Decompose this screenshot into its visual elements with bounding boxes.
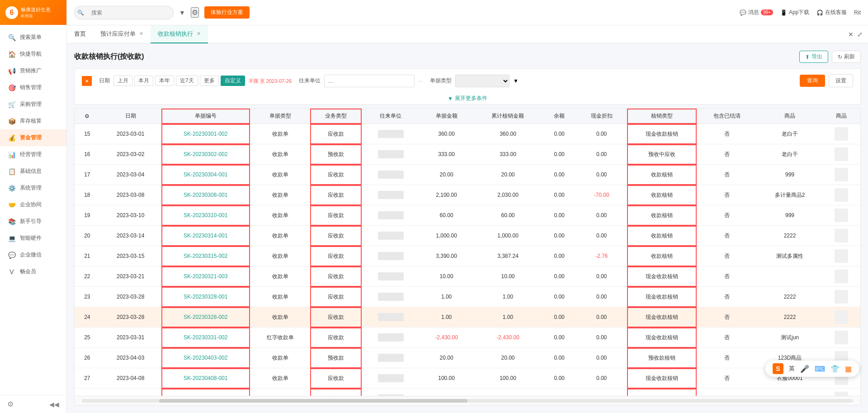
doc-no-link[interactable]: SK-20230308-001 (184, 192, 227, 198)
sidebar-item-search-menu[interactable]: 🔍搜索菜单 (0, 29, 66, 46)
cell-cash-discount: 0.00 (576, 205, 627, 226)
search-input[interactable] (87, 6, 173, 19)
sidebar-item-member[interactable]: V畅会员 (0, 263, 66, 280)
cell-doc-no: SK-20230403-002 (161, 348, 250, 368)
sidebar-item-basic[interactable]: 📋基础信息 (0, 163, 66, 180)
shirt-icon[interactable]: 👕 (830, 365, 840, 373)
sidebar-item-wechat[interactable]: 💬企业微信 (0, 247, 66, 263)
sidebar-item-system[interactable]: ⚙️系统管理 (0, 180, 66, 196)
cell-cumulative: 100.00 (473, 389, 543, 396)
tab-home[interactable]: 首页 (67, 25, 93, 43)
col-header-settings[interactable]: ⚙ (75, 109, 100, 124)
tab-collection[interactable]: 收款核销执行 ✕ (151, 25, 208, 43)
scrollbar-thumb[interactable] (159, 399, 467, 403)
sidebar-item-marketing[interactable]: 📢营销推广 (0, 62, 66, 79)
refresh-button[interactable]: ↻ 刷新 (832, 51, 861, 63)
cell-balance: 0.00 (542, 287, 576, 307)
doc-no-link[interactable]: SK-20230310-001 (184, 212, 227, 218)
cell-cash-discount: 0.00 (576, 266, 627, 287)
sidebar-item-quick-nav[interactable]: 🏠快捷导航 (0, 46, 66, 62)
tab-collection-close[interactable]: ✕ (197, 31, 201, 37)
cell-doc-type: 收款单 (250, 246, 311, 266)
cell-balance: 0.00 (542, 328, 576, 348)
doc-no-link[interactable]: SK-20230304-001 (184, 171, 227, 178)
custom-date-btn[interactable]: 自定义 (221, 76, 245, 86)
cell-doc-type: 收款单 (250, 389, 311, 396)
sidebar-item-guide[interactable]: 📚新手引导 (0, 213, 66, 230)
chevron-down-icon[interactable]: ▼ (179, 9, 185, 16)
export-button[interactable]: ⬆ 导出 (799, 51, 828, 63)
settings-button[interactable]: ⚙ (191, 7, 199, 18)
doc-no-link[interactable]: SK-20230302-002 (184, 151, 227, 157)
partner-input[interactable] (324, 75, 415, 87)
sidebar-item-finance[interactable]: 💰资金管理 (0, 129, 66, 146)
sidebar-item-inventory[interactable]: 📦库存核算 (0, 113, 66, 129)
this-month-btn[interactable]: 本月 (134, 76, 153, 86)
app-download-item[interactable]: 📱 App下载 (780, 9, 809, 16)
cell-cumulative: 1.00 (473, 307, 543, 328)
settings-footer-icon[interactable]: ⚙ (7, 400, 14, 408)
mic-icon[interactable]: 🎤 (800, 365, 809, 373)
cell-amount: 333.00 (420, 144, 473, 165)
doc-no-link[interactable]: SK-20230315-002 (184, 253, 227, 259)
grid-icon[interactable]: ▦ (845, 365, 852, 373)
cell-seq: 28 (75, 389, 100, 396)
cell-biz-type: 应收款 (310, 246, 362, 266)
tab-pending[interactable]: 预计应应付单 ✕ (93, 25, 151, 43)
doc-no-link[interactable]: SK-20230314-001 (184, 233, 227, 239)
cell-include-settled: 否 (697, 368, 757, 389)
message-badge: 99+ (761, 9, 773, 15)
keyboard-icon[interactable]: ⌨ (815, 365, 825, 373)
cell-biz-type: 应收款 (310, 205, 362, 226)
solution-button[interactable]: 体验行业方案 (204, 6, 250, 19)
this-year-btn[interactable]: 本年 (155, 76, 174, 86)
last-7days-btn[interactable]: 近7天 (176, 76, 198, 86)
cell-partner: ██ (362, 124, 420, 144)
horizontal-scrollbar[interactable] (82, 399, 853, 403)
table-row: 27 2023-04-08 SK-20230408-001 收款单 应收款 ██… (75, 368, 860, 389)
cell-include-settled: 否 (697, 124, 757, 144)
headset-icon: 🎧 (816, 9, 823, 16)
service-item[interactable]: 🎧 在线客服 (816, 9, 847, 16)
doc-no-link[interactable]: SK-20230321-003 (184, 273, 227, 280)
col-header-product2: 商品 (822, 109, 860, 124)
doc-no-link[interactable]: SK-20230408-001 (184, 375, 227, 381)
sidebar-item-purchase[interactable]: 🛒采购管理 (0, 96, 66, 113)
doc-no-link[interactable]: SK-20230301-002 (184, 131, 227, 137)
cell-amount: 10.00 (420, 266, 473, 287)
sidebar-icon-sales: 🎯 (7, 84, 16, 91)
doc-no-link[interactable]: SK-20230328-001 (184, 294, 227, 300)
cell-cumulative: 333.00 (473, 144, 543, 165)
floating-text[interactable]: 英 (789, 365, 795, 373)
expand-tab-button[interactable]: ⤢ (857, 31, 863, 38)
cell-doc-type: 收款单 (250, 205, 311, 226)
sidebar-item-hardware[interactable]: 💻智能硬件 (0, 230, 66, 247)
table-scroll[interactable]: ⚙ 日期 单据编号 单据类型 业务类型 往来单位 单据金额 累计核销金额 余额 … (75, 109, 860, 396)
messages-item[interactable]: 💬 消息 99+ (740, 9, 773, 16)
expand-more-conditions[interactable]: ▼ 展开更多条件 (74, 93, 861, 104)
query-button[interactable]: 查询 (800, 75, 825, 87)
cell-cash-discount: 0.00 (576, 348, 627, 368)
sidebar-item-operation[interactable]: 📊经营管理 (0, 146, 66, 163)
doc-no-link[interactable]: SK-20230328-002 (184, 314, 227, 320)
cell-cumulative: 20.00 (473, 165, 543, 185)
filter-toggle-button[interactable]: » (82, 76, 92, 86)
last-month-btn[interactable]: 上月 (113, 76, 132, 86)
cell-balance: 0.00 (542, 389, 576, 396)
sidebar-icon-system: ⚙️ (7, 185, 16, 192)
doc-no-link[interactable]: SK-20230331-002 (184, 334, 227, 341)
cell-seq: 15 (75, 124, 100, 144)
doctype-select[interactable] (455, 75, 509, 87)
cell-seq: 16 (75, 144, 100, 165)
partner-label: 往来单位 (299, 77, 321, 85)
filter-settings-button[interactable]: 设置 (829, 74, 853, 87)
collapse-icon[interactable]: ◀◀ (49, 401, 59, 408)
more-date-btn[interactable]: 更多 (200, 76, 219, 86)
cell-cumulative: 3,387.24 (473, 246, 543, 266)
tab-pending-close[interactable]: ✕ (139, 31, 143, 37)
sidebar-item-enterprise[interactable]: 🤝企业协同 (0, 196, 66, 213)
doc-no-link[interactable]: SK-20230403-002 (184, 355, 227, 361)
sidebar-item-sales[interactable]: 🎯销售管理 (0, 79, 66, 96)
data-table: ⚙ 日期 单据编号 单据类型 业务类型 往来单位 单据金额 累计核销金额 余额 … (75, 109, 860, 396)
close-tab-button[interactable]: ✕ (848, 31, 854, 38)
